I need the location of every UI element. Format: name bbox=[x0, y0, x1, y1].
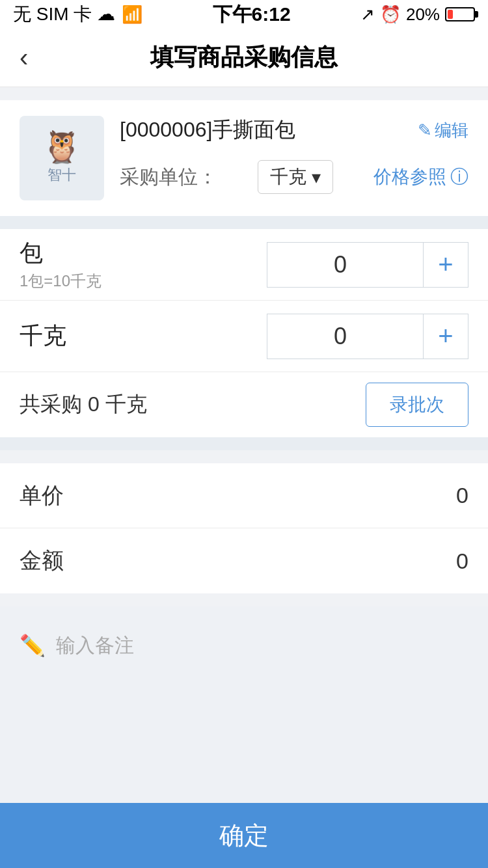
unit-price-label: 单价 bbox=[20, 481, 64, 511]
edit-button[interactable]: ✎ 编辑 bbox=[418, 119, 468, 142]
page-title: 填写商品采购信息 bbox=[150, 42, 338, 74]
product-name-row: [0000006]手撕面包 ✎ 编辑 bbox=[120, 116, 468, 144]
wifi-icon: 📶 bbox=[122, 5, 142, 25]
summary-text: 共采购 0 千克 bbox=[20, 390, 147, 419]
product-thumbnail: 🦉 智十 bbox=[20, 116, 104, 200]
brand-label: 智十 bbox=[47, 165, 76, 185]
alarm-icon: ⏰ bbox=[380, 5, 401, 25]
unit-row: 采购单位： 千克 ▾ 价格参照 ⓘ bbox=[120, 160, 468, 194]
kg-label-group: 千克 bbox=[20, 320, 98, 352]
back-button[interactable]: ‹ bbox=[20, 43, 28, 72]
unit-field-label: 采购单位： bbox=[120, 164, 217, 191]
edit-label: 编辑 bbox=[435, 119, 468, 142]
bao-label: 包 bbox=[20, 237, 102, 269]
bao-quantity-input[interactable] bbox=[267, 242, 423, 288]
batch-button[interactable]: 录批次 bbox=[366, 383, 468, 427]
product-info: [0000006]手撕面包 ✎ 编辑 采购单位： 千克 ▾ 价格参照 ⓘ bbox=[120, 116, 468, 194]
price-ref-button[interactable]: 价格参照 ⓘ bbox=[373, 165, 468, 189]
status-right: ↗ ⏰ 20% bbox=[360, 5, 475, 25]
divider-1 bbox=[0, 216, 488, 229]
status-left: 无 SIM 卡 ☁ 📶 bbox=[13, 2, 142, 27]
confirm-button[interactable]: 确定 bbox=[0, 803, 488, 868]
unit-price-row: 单价 0 bbox=[0, 463, 488, 528]
unit-select[interactable]: 千克 ▾ bbox=[258, 160, 333, 194]
unit-value: 千克 bbox=[270, 165, 306, 189]
help-icon: ⓘ bbox=[450, 165, 468, 189]
bao-sub-label: 1包=10千克 bbox=[20, 271, 102, 292]
price-info-section: 单价 0 金额 0 bbox=[0, 463, 488, 593]
kg-controls: + bbox=[98, 314, 468, 359]
bao-controls: + bbox=[102, 242, 468, 288]
summary-row: 共采购 0 千克 录批次 bbox=[0, 372, 488, 437]
price-ref-label: 价格参照 bbox=[373, 165, 446, 189]
remark-section[interactable]: ✏️ 输入备注 bbox=[0, 606, 488, 685]
edit-icon: ✎ bbox=[418, 120, 432, 141]
nav-bar: ‹ 填写商品采购信息 bbox=[0, 29, 488, 87]
bao-label-group: 包 1包=10千克 bbox=[20, 237, 102, 292]
product-name: [0000006]手撕面包 bbox=[120, 116, 295, 144]
input-section: 包 1包=10千克 + 千克 + bbox=[0, 229, 488, 372]
battery-percent: 20% bbox=[406, 5, 440, 25]
chevron-down-icon: ▾ bbox=[312, 167, 321, 188]
amount-value: 0 bbox=[456, 549, 468, 574]
kg-quantity-input[interactable] bbox=[267, 314, 423, 359]
kg-label: 千克 bbox=[20, 320, 98, 352]
status-bar: 无 SIM 卡 ☁ 📶 下午6:12 ↗ ⏰ 20% bbox=[0, 0, 488, 29]
kg-plus-button[interactable]: + bbox=[423, 314, 468, 359]
bao-input-row: 包 1包=10千克 + bbox=[0, 229, 488, 301]
kg-input-row: 千克 + bbox=[0, 301, 488, 372]
unit-price-value: 0 bbox=[456, 483, 468, 508]
pencil-icon: ✏️ bbox=[20, 633, 46, 658]
status-time: 下午6:12 bbox=[213, 1, 291, 28]
bao-plus-button[interactable]: + bbox=[423, 242, 468, 288]
location-icon: ↗ bbox=[360, 5, 375, 25]
divider-2 bbox=[0, 437, 488, 450]
amount-row: 金额 0 bbox=[0, 528, 488, 593]
product-image-icon: 🦉 bbox=[42, 131, 81, 163]
remark-placeholder: 输入备注 bbox=[56, 632, 134, 659]
battery-icon bbox=[445, 7, 475, 21]
product-card: 🦉 智十 [0000006]手撕面包 ✎ 编辑 采购单位： 千克 ▾ 价格参照 … bbox=[0, 100, 488, 216]
sim-label: 无 SIM 卡 ☁ bbox=[13, 2, 115, 27]
amount-label: 金额 bbox=[20, 546, 64, 576]
